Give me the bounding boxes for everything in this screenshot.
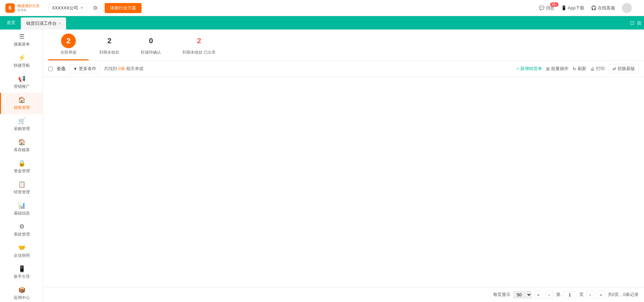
- sidebar-item-base-info-label: 基础信息: [14, 210, 30, 216]
- found-suffix: 相关单据: [126, 66, 144, 71]
- batch-op-button[interactable]: ⊞ 批量操作: [546, 66, 569, 72]
- print-button[interactable]: 🖨 打印: [590, 66, 605, 72]
- per-page-label: 每页显示: [493, 292, 511, 298]
- more-filter-button[interactable]: ▼ 更多条件: [69, 64, 100, 73]
- sidebar-item-purchase-mgmt-label: 采购管理: [14, 126, 30, 132]
- tab-maximize-icon[interactable]: ⊞: [637, 20, 641, 26]
- sales-mgmt-icon: 🏠: [18, 96, 25, 104]
- message-button[interactable]: 💬 消息 99+: [539, 5, 554, 11]
- new-bill-label: + 新增销货单: [517, 66, 542, 72]
- select-all-checkbox[interactable]: [48, 67, 53, 71]
- avatar[interactable]: [622, 3, 632, 13]
- select-all-label: 全选: [57, 66, 65, 72]
- operations-icon: 📋: [18, 181, 25, 188]
- sidebar-item-system-mgmt[interactable]: ⚙ 系统管理: [0, 220, 43, 241]
- refresh-button[interactable]: ↻ 刷新: [573, 66, 586, 72]
- online-service-button[interactable]: 🎧 在线客服: [591, 5, 615, 11]
- sidebar-item-app-center-label: 应用中心: [14, 295, 30, 301]
- top-header: 6 畅捷通好生意 标准版 XXXXXX公司 ▼ ⚙ 体验行业方案 💬 消息 99…: [0, 0, 644, 16]
- batch-op-label: 批量操作: [551, 66, 569, 72]
- stat-wang-pending-count: 0: [144, 34, 158, 48]
- sidebar-item-app-center[interactable]: 📦 应用中心: [0, 283, 43, 302]
- message-icon: 💬: [539, 5, 544, 10]
- stat-tab-wang-pending[interactable]: 0 旺辅待确认: [130, 29, 172, 60]
- print-icon: 🖨: [590, 66, 595, 71]
- found-text-label: 共找到: [104, 66, 117, 71]
- sidebar-item-operations[interactable]: 📋 经营管理: [0, 177, 43, 198]
- page-first-button[interactable]: «: [535, 291, 543, 299]
- sidebar-item-search-menu-label: 搜索菜单: [14, 42, 30, 47]
- page-suffix: 页: [579, 292, 584, 298]
- tab-close-icon[interactable]: ×: [59, 21, 61, 25]
- app-download-label: App下载: [568, 5, 584, 11]
- sidebar-item-enterprise-label: 企业协同: [14, 253, 30, 258]
- tab-work-station[interactable]: 钱货日清工作台 ×: [21, 17, 66, 29]
- tab-minimize-icon[interactable]: ⊡: [630, 20, 634, 26]
- app-download-button[interactable]: 📱 App下载: [561, 5, 584, 11]
- page-number-input[interactable]: [563, 291, 577, 298]
- settings-button[interactable]: ⚙: [90, 3, 101, 13]
- page-next-button[interactable]: ›: [586, 291, 594, 299]
- sidebar-item-guide-label: 新手引导: [14, 274, 30, 280]
- online-service-icon: 🎧: [591, 5, 596, 10]
- main-layout: ☰ 搜索菜单 ⚡ 快捷导航 📢 营销推广 🏠 销售管理 🛒 采购管理 🏠 库存核…: [0, 29, 644, 302]
- page-last-button[interactable]: »: [597, 291, 605, 299]
- company-selector[interactable]: XXXXXX公司 ▼: [48, 3, 87, 13]
- finance-icon: 🔒: [18, 160, 25, 167]
- settings-icon: ⚙: [93, 5, 98, 11]
- sidebar-item-quick-nav-label: 快捷导航: [14, 63, 30, 68]
- switch-version-button[interactable]: ⇄ 切换新版: [609, 64, 639, 73]
- sidebar-item-sales-mgmt[interactable]: 🏠 销售管理: [0, 93, 43, 114]
- sidebar-item-quick-nav[interactable]: ⚡ 快捷导航: [0, 51, 43, 72]
- header-right: 💬 消息 99+ 📱 App下载 🎧 在线客服: [539, 3, 639, 13]
- company-name: XXXXXX公司: [52, 5, 78, 11]
- app-download-icon: 📱: [561, 5, 567, 10]
- guide-icon: 📱: [18, 265, 25, 273]
- found-info: 共找到 0条 相关单据: [104, 66, 144, 72]
- sidebar: ☰ 搜索菜单 ⚡ 快捷导航 📢 营销推广 🏠 销售管理 🛒 采购管理 🏠 库存核…: [0, 29, 43, 302]
- trial-button[interactable]: 体验行业方案: [105, 3, 142, 13]
- sidebar-item-inventory[interactable]: 🏠 库存核算: [0, 135, 43, 156]
- sidebar-item-enterprise[interactable]: 🤝 企业协同: [0, 241, 43, 262]
- tab-home[interactable]: 首页: [1, 16, 21, 29]
- sidebar-item-operations-label: 经营管理: [14, 189, 30, 195]
- stat-all-label: 全部单据: [60, 50, 76, 55]
- sidebar-item-base-info[interactable]: 📊 基础信息: [0, 198, 43, 220]
- sidebar-item-finance[interactable]: 🔒 资金管理: [0, 156, 43, 177]
- filter-icon: ▼: [73, 66, 77, 71]
- stat-tab-overdue-unpaid[interactable]: 2 到期未收款: [89, 29, 130, 60]
- logo-icon: 6: [5, 3, 15, 13]
- print-label: 打印: [596, 66, 605, 72]
- switch-version-icon: ⇄: [612, 66, 616, 71]
- new-bill-button[interactable]: + 新增销货单: [517, 66, 542, 72]
- toolbar: 全选 ▼ 更多条件 共找到 0条 相关单据 + 新增销货单 ⊞ 批量操作 ↻: [43, 61, 644, 77]
- sidebar-item-purchase-mgmt[interactable]: 🛒 采购管理: [0, 114, 43, 135]
- tab-bar-actions: ⊡ ⊞: [630, 20, 644, 26]
- per-page-select[interactable]: 50 20 100: [513, 291, 532, 299]
- app-name: 畅捷通好生意: [17, 3, 40, 8]
- filter-label: 更多条件: [79, 66, 96, 72]
- found-count: 0条: [118, 66, 125, 71]
- sidebar-item-search-menu[interactable]: ☰ 搜索菜单: [0, 29, 43, 51]
- content-area: 2 全部单据 2 到期未收款 0 旺辅待确认 2 到期未收款 已出库 全选 ▼ …: [43, 29, 644, 302]
- sidebar-item-guide[interactable]: 📱 新手引导: [0, 262, 43, 283]
- tab-home-label: 首页: [7, 20, 15, 26]
- page-label: 第: [556, 292, 560, 298]
- enterprise-icon: 🤝: [18, 244, 25, 251]
- purchase-mgmt-icon: 🛒: [18, 117, 25, 125]
- inventory-icon: 🏠: [18, 138, 25, 146]
- stat-tab-all[interactable]: 2 全部单据: [48, 29, 89, 60]
- search-menu-icon: ☰: [19, 33, 24, 40]
- pagination: 每页显示 50 20 100 « ‹ 第 页 › » 共0页，0条记录: [43, 287, 644, 302]
- sidebar-item-sales-mgmt-label: 销售管理: [14, 105, 30, 111]
- app-badge: 标准版: [17, 8, 40, 12]
- page-prev-button[interactable]: ‹: [545, 291, 553, 299]
- stat-overdue-unshipped-count: 2: [192, 34, 207, 48]
- sidebar-item-marketing[interactable]: 📢 营销推广: [0, 72, 43, 93]
- logo-area: 6 畅捷通好生意 标准版: [5, 3, 48, 13]
- company-dropdown-icon: ▼: [80, 6, 84, 10]
- stat-tab-overdue-unshipped[interactable]: 2 到期未收款 已出库: [172, 29, 226, 60]
- stat-wang-pending-label: 旺辅待确认: [141, 50, 161, 55]
- refresh-label: 刷新: [578, 66, 586, 72]
- tab-work-station-label: 钱货日清工作台: [26, 20, 57, 26]
